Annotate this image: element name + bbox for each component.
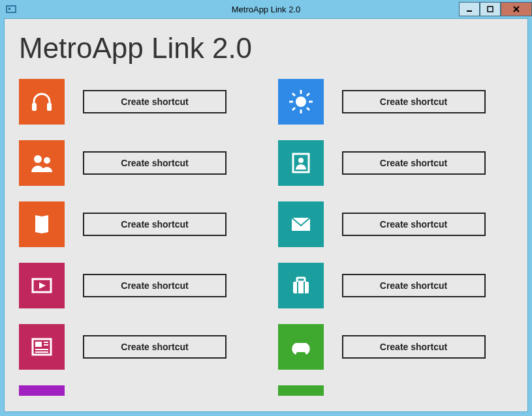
- people-icon: [27, 149, 56, 177]
- svg-rect-2: [488, 7, 493, 12]
- titlebar: MetroApp Link 2.0: [0, 0, 532, 18]
- svg-rect-20: [297, 278, 305, 282]
- svg-line-12: [307, 93, 309, 96]
- create-shortcut-button[interactable]: Create shortcut: [83, 335, 227, 359]
- window-title: MetroApp Link 2.0: [232, 5, 301, 14]
- apps-grid: Create shortcut Create shortcut Create s…: [19, 79, 513, 396]
- app-row-weather: Create shortcut: [278, 79, 514, 125]
- app-row-partial-right: [278, 385, 514, 396]
- create-shortcut-button[interactable]: Create shortcut: [83, 90, 227, 113]
- svg-rect-3: [32, 103, 37, 111]
- svg-rect-4: [47, 103, 52, 111]
- news-tile: [19, 324, 65, 370]
- app-row-travel: Create shortcut: [278, 263, 514, 308]
- headphones-icon: [27, 87, 56, 116]
- svg-rect-19: [293, 282, 309, 293]
- create-shortcut-button[interactable]: Create shortcut: [342, 151, 486, 175]
- create-shortcut-button[interactable]: Create shortcut: [83, 151, 227, 175]
- games-tile: [278, 324, 324, 370]
- create-shortcut-button[interactable]: Create shortcut: [83, 213, 227, 236]
- svg-point-15: [44, 157, 50, 164]
- mail-tile: [278, 201, 324, 247]
- weather-icon: [287, 87, 315, 116]
- app-row-reader: Create shortcut: [19, 201, 255, 247]
- app-row-people: Create shortcut: [19, 140, 255, 186]
- create-shortcut-button[interactable]: Create shortcut: [342, 335, 486, 359]
- create-shortcut-button[interactable]: Create shortcut: [342, 213, 486, 236]
- weather-tile: [278, 79, 324, 125]
- app-row-partial-left: [19, 385, 255, 396]
- page-title: MetroApp Link 2.0: [19, 32, 513, 65]
- svg-point-5: [296, 97, 306, 107]
- games-icon: [287, 333, 315, 361]
- mail-icon: [287, 210, 315, 239]
- create-shortcut-button[interactable]: Create shortcut: [83, 274, 227, 297]
- svg-point-17: [298, 158, 304, 163]
- app-row-news: Create shortcut: [19, 324, 255, 370]
- reader-icon: [27, 210, 56, 239]
- svg-line-11: [307, 108, 309, 110]
- app-row-video: Create shortcut: [19, 263, 255, 308]
- travel-icon: [287, 271, 315, 300]
- app-row-games: Create shortcut: [278, 324, 514, 370]
- svg-rect-0: [7, 6, 16, 12]
- app-row-mail: Create shortcut: [278, 201, 514, 247]
- video-tile: [19, 263, 65, 308]
- create-shortcut-button[interactable]: Create shortcut: [342, 274, 486, 297]
- close-button[interactable]: [501, 2, 532, 16]
- svg-line-10: [292, 93, 295, 96]
- app-window: MetroApp Link 2.0 MetroApp Link 2.0: [0, 0, 532, 416]
- window-controls: [459, 2, 532, 16]
- app-row-music: Create shortcut: [19, 79, 255, 125]
- maximize-button[interactable]: [480, 2, 501, 16]
- music-tile: [19, 79, 65, 125]
- travel-tile: [278, 263, 324, 308]
- partial-tile: [278, 385, 324, 396]
- video-icon: [27, 271, 56, 300]
- minimize-button[interactable]: [459, 2, 480, 16]
- photos-tile: [278, 140, 324, 186]
- create-shortcut-button[interactable]: Create shortcut: [342, 90, 486, 113]
- svg-line-13: [292, 108, 295, 110]
- app-row-photos: Create shortcut: [278, 140, 514, 186]
- svg-point-14: [34, 155, 42, 163]
- reader-tile: [19, 201, 65, 247]
- news-icon: [27, 333, 56, 361]
- client-area: MetroApp Link 2.0 Create shortcut Create…: [4, 18, 528, 412]
- partial-tile: [19, 385, 65, 396]
- people-tile: [19, 140, 65, 186]
- svg-rect-24: [35, 342, 42, 347]
- photo-icon: [287, 149, 315, 177]
- app-icon: [5, 3, 17, 15]
